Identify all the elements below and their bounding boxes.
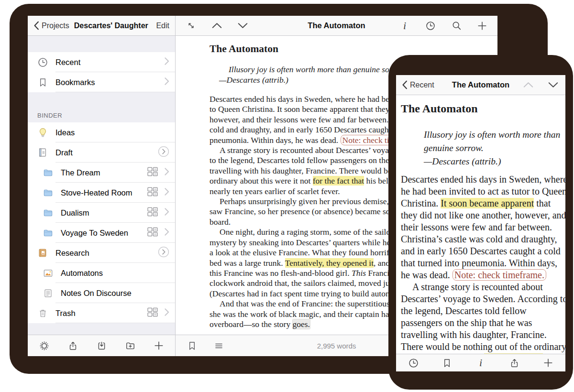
chevron-right-icon[interactable] (164, 207, 169, 218)
next-document-icon[interactable] (236, 19, 249, 33)
document-line: Descartes ended his days in Sweden, wher… (401, 174, 565, 185)
epigraph-quote: Illusory joy is often worth more thangen… (424, 128, 565, 168)
bookmark-icon[interactable] (441, 356, 454, 370)
highlighted-text: Tentatively, they opened it (285, 258, 374, 268)
document-line: Christina’s castle was cold and draughty… (401, 233, 565, 245)
row-divider (55, 323, 175, 323)
circled-chevron-icon[interactable] (158, 146, 169, 159)
next-document-icon[interactable] (546, 78, 560, 92)
document-line: A strange story is recounted about (401, 281, 565, 293)
binder-scroll-area[interactable]: RecentBookmarks BINDER IdeasDraftThe Dre… (28, 36, 175, 335)
binder-row-automatons[interactable]: Automatons (28, 263, 175, 283)
corkboard-grid-icon[interactable] (147, 187, 158, 198)
back-to-recent-button[interactable]: Recent (402, 80, 434, 89)
document-body: Descartes ended his days in Sweden, wher… (401, 174, 565, 354)
trash-icon (36, 307, 49, 319)
chevron-right-icon[interactable] (164, 187, 169, 198)
inspector-info-icon[interactable]: i (398, 19, 411, 33)
chevron-right-icon[interactable] (164, 167, 169, 178)
menu-icon[interactable] (212, 339, 225, 352)
comment-text: goes. (293, 319, 310, 329)
folder-icon (42, 207, 54, 219)
back-to-projects-button[interactable]: Projects (33, 21, 69, 30)
draft-icon (36, 146, 49, 159)
iphone-navbar: Recent The Automaton (396, 75, 565, 95)
back-label: Projects (42, 22, 69, 30)
circled-chevron-icon[interactable] (158, 246, 169, 260)
folder-icon (42, 227, 54, 239)
chevron-right-icon[interactable] (164, 57, 169, 67)
iphone-document-text[interactable]: The Automaton Illusory joy is often wort… (396, 95, 565, 354)
binder-item-label: Automatons (61, 269, 103, 278)
bookmark-icon[interactable] (185, 339, 199, 352)
sidebar-gap (28, 36, 175, 52)
binder-row-stove-heated-room[interactable]: Stove-Heated Room (28, 183, 175, 203)
add-icon[interactable] (475, 19, 489, 33)
chevron-right-icon[interactable] (164, 77, 169, 87)
binder-row-the-dream[interactable]: The Dream (28, 163, 175, 183)
iphone-device-frame: Recent The Automaton The Automaton Illus… (388, 55, 573, 390)
editor-navbar: The Automaton i (176, 16, 497, 36)
corkboard-grid-icon[interactable] (147, 227, 158, 239)
binder-item-label: Trash (55, 309, 76, 318)
document-title: The Automaton (401, 102, 565, 115)
binder-item-label: Research (55, 249, 89, 258)
notes-icon (42, 287, 54, 299)
corkboard-grid-icon[interactable] (147, 207, 158, 218)
binder-item-label: Ideas (55, 128, 75, 137)
edit-button[interactable]: Edit (156, 22, 169, 30)
settings-gear-icon[interactable] (37, 339, 51, 352)
highlighted-text: It soon became apparent (441, 198, 534, 208)
binder-row-draft[interactable]: Draft (28, 142, 175, 163)
project-title: Descartes' Daughter (74, 22, 148, 30)
share-icon[interactable] (66, 339, 79, 352)
sidebar-toolbar (28, 335, 175, 356)
corkboard-grid-icon[interactable] (147, 307, 158, 319)
binder-item-label: Draft (55, 148, 73, 157)
binder-row-research[interactable]: Research (28, 243, 175, 263)
history-clock-icon[interactable] (424, 19, 437, 33)
document-line: and in early 1650 Descartes caught a col… (401, 245, 565, 257)
inline-annotation: Note: check timeframe. (453, 269, 546, 281)
history-clock-icon[interactable] (407, 356, 420, 370)
add-icon[interactable] (541, 356, 555, 370)
document-line: they did not like one another, however, … (401, 209, 565, 221)
binder-row-dualism[interactable]: Dualism (28, 203, 175, 223)
add-icon[interactable] (152, 339, 166, 352)
binder-row-notes-on-discourse[interactable]: Notes On Discourse (28, 283, 175, 303)
binder-row-recent[interactable]: Recent (28, 52, 175, 72)
clock-icon (36, 56, 49, 68)
corkboard-grid-icon[interactable] (147, 167, 158, 178)
document-line: travelling with his daughter, Francine. (401, 329, 565, 341)
document-line: Descartes’ voyage to Sweden. According t… (401, 293, 565, 305)
add-folder-icon[interactable] (123, 339, 137, 352)
desktop-canvas: Projects Descartes' Daughter Edit Recent… (0, 0, 574, 392)
document-line: that turned into pneumonia. Within days, (401, 257, 565, 269)
document-line: he had been invited to act as tutor to Q… (401, 185, 565, 197)
iphone-toolbar: i (396, 354, 565, 371)
binder-item-label: Stove-Heated Room (61, 188, 132, 197)
chevron-right-icon[interactable] (164, 228, 169, 238)
italic-text: This (352, 268, 366, 278)
binder-item-label: Bookmarks (55, 78, 95, 87)
binder-row-trash[interactable]: Trash (28, 303, 175, 323)
previous-document-icon[interactable] (521, 78, 535, 92)
search-icon[interactable] (450, 19, 463, 33)
inspector-info-icon[interactable]: i (474, 356, 487, 370)
share-icon[interactable] (508, 356, 521, 370)
binder-row-ideas[interactable]: Ideas (28, 122, 175, 142)
document-line: the legend, Descartes told fellow (401, 305, 565, 317)
sidebar-navbar: Projects Descartes' Daughter Edit (28, 16, 175, 36)
document-line: their lessons were few and far between. (401, 221, 565, 233)
binder-item-label: The Dream (61, 168, 100, 177)
expand-editor-icon[interactable] (184, 19, 198, 33)
previous-document-icon[interactable] (210, 19, 223, 33)
binder-item-label: Dualism (61, 208, 89, 218)
binder-sidebar: Projects Descartes' Daughter Edit Recent… (28, 16, 176, 356)
document-line: Christina. It soon became apparent that (401, 197, 565, 209)
iphone-document-title: The Automaton (452, 80, 509, 89)
import-icon[interactable] (95, 339, 108, 352)
chevron-right-icon[interactable] (164, 308, 169, 318)
binder-row-bookmarks[interactable]: Bookmarks (28, 72, 175, 92)
binder-row-voyage-to-sweden[interactable]: Voyage To Sweden (28, 223, 175, 243)
